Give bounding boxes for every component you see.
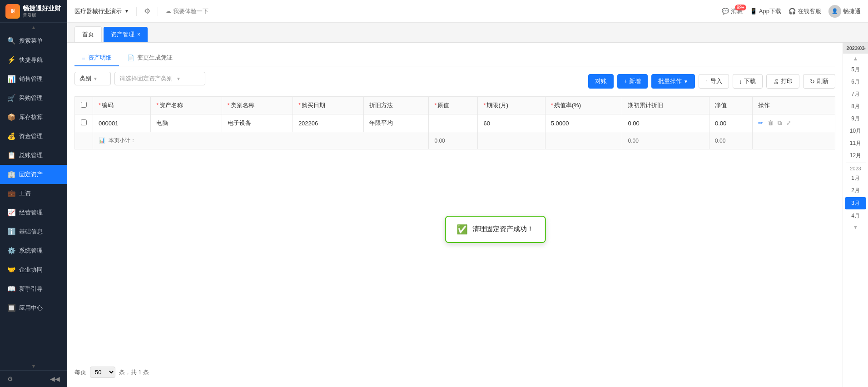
topbar-right: 💬 消息 99+ 📱 App下载 🎧 在线客服 👤 畅捷通 [722,5,861,18]
sidebar-scroll-down[interactable]: ▼ [0,362,67,370]
refresh-button[interactable]: ↻ 刷新 [803,74,835,89]
sub-tab-change-voucher[interactable]: 📄 变更生成凭证 [120,50,180,66]
batch-ops-button[interactable]: 批量操作 ▼ [651,74,695,89]
delete-icon[interactable]: 🗑 [768,119,774,126]
user-name: 畅捷通 [843,7,861,15]
print-icon: 🖨 [773,78,779,85]
inventory-icon: 📦 [7,113,15,121]
sidebar-item-appstore[interactable]: 🔲 应用中心 [0,298,67,318]
message-badge: 99+ [735,5,746,10]
topbar: 医疗器械行业演示 ▼ ⚙ ☁ 我要体验一下 💬 消息 99+ 📱 App下载 🎧… [67,0,868,23]
sales-icon: 📊 [7,75,15,83]
collapse-button[interactable]: ◀◀ [50,375,60,382]
tab-close-icon[interactable]: × [137,31,140,38]
online-service-btn[interactable]: 🎧 在线客服 [789,7,821,15]
category-select[interactable]: 类别 ▼ [74,72,111,85]
timeline-month-1[interactable]: 1月 [843,172,868,184]
user-avatar-btn[interactable]: 👤 畅捷通 [828,5,861,18]
sidebar-item-sales[interactable]: 📊 销售管理 [0,69,67,89]
per-page-select[interactable]: 50 100 200 [90,367,115,378]
experience-label: 我要体验一下 [173,7,208,15]
company-selector[interactable]: 医疗器械行业演示 ▼ [74,7,129,15]
sub-tab-asset-detail[interactable]: ≡ 资产明细 [74,50,119,66]
download-icon: 📱 [750,8,757,15]
app-download-btn[interactable]: 📱 App下载 [750,7,781,15]
timeline-month-9[interactable]: 9月 [843,113,868,125]
sidebar-item-system[interactable]: ⚙️ 系统管理 [0,241,67,260]
timeline-month-10[interactable]: 10月 [843,125,868,137]
chevron-down-icon: ▼ [93,76,98,81]
sidebar-item-purchase[interactable]: 🛒 采购管理 [0,89,67,108]
timeline-month-11[interactable]: 11月 [843,137,868,149]
row-category: 电子设备 [222,114,293,132]
new-button[interactable]: + 新增 [617,74,648,89]
subtotal-period [478,132,545,149]
sidebar-item-guide[interactable]: 📖 新手引导 [0,279,67,298]
timeline-month-3[interactable]: 3月 [845,197,866,209]
sidebar-item-ledger[interactable]: 📋 总账管理 [0,146,67,165]
sidebar-scroll-up[interactable]: ▲ [0,23,67,31]
sidebar-item-basic-info[interactable]: ℹ️ 基础信息 [0,222,67,241]
reconcile-button[interactable]: 对账 [588,74,614,89]
sidebar-item-search[interactable]: 🔍 搜索菜单 [0,31,67,50]
download-button[interactable]: ↓ 下载 [733,74,763,89]
subtotal-initial: 0.00 [622,132,709,149]
tab-asset-mgmt[interactable]: 资产管理 × [104,27,148,42]
timeline-expand-icon[interactable]: ⤡ [862,45,866,51]
import-icon: ↑ [705,78,709,85]
sidebar-item-enterprise[interactable]: 🤝 企业协同 [0,260,67,279]
copy-icon[interactable]: ⧉ [778,119,782,126]
fixed-assets-icon: 🏢 [7,170,15,179]
pagination-bar: 每页 50 100 200 条，共 1 条 [74,362,835,380]
header-code: *编码 [93,97,151,114]
timeline-month-7[interactable]: 7月 [843,88,868,100]
sidebar-item-inventory[interactable]: 📦 库存核算 [0,108,67,127]
sidebar-item-payroll[interactable]: 💼 工资 [0,184,67,203]
timeline-month-2[interactable]: 2月 [843,184,868,197]
edit-icon[interactable]: ✏ [758,119,763,126]
experience-btn[interactable]: ☁ 我要体验一下 [165,7,208,15]
sidebar-item-operations[interactable]: 📈 经营管理 [0,203,67,222]
sub-tabs: ≡ 资产明细 📄 变更生成凭证 [74,50,835,66]
subtotal-residual [545,132,622,149]
sidebar-item-quicknav[interactable]: ⚡ 快捷导航 [0,50,67,69]
timeline-month-8[interactable]: 8月 [843,100,868,113]
timeline-year-2023: 2023 [850,164,861,172]
header-residual-rate: *残值率(%) [545,97,622,114]
sidebar-item-funds[interactable]: 💰 资金管理 [0,127,67,146]
select-all-checkbox[interactable] [81,102,87,108]
timeline-month-12[interactable]: 12月 [843,149,868,162]
timeline-month-4[interactable]: 4月 [843,210,868,222]
timeline-month-6[interactable]: 6月 [843,76,868,88]
success-toast: ✅ 清理固定资产成功！ [445,216,546,243]
category-filter-input[interactable]: 请选择固定资产类别 ▼ [114,72,205,85]
timeline-close-icon[interactable]: ✕ [855,45,860,51]
company-name: 医疗器械行业演示 [74,7,122,15]
timeline-month-5[interactable]: 5月 [843,64,868,76]
tab-home[interactable]: 首页 [74,26,102,42]
row-checkbox[interactable] [81,119,87,125]
timeline-scroll-up[interactable]: ▲ [843,54,868,64]
list-icon: ≡ [82,55,85,61]
sidebar-item-fixed-assets[interactable]: 🏢 固定资产 [0,165,67,184]
print-button[interactable]: 🖨 打印 [766,74,799,89]
settings-button[interactable]: ⚙ [7,375,13,382]
topbar-divider1 [136,7,137,16]
settings-icon[interactable]: ⚙ [144,7,150,15]
header-actions: 操作 [752,97,835,114]
sidebar-footer: ⚙ ◀◀ [0,370,67,387]
row-original-value [429,114,478,132]
row-period: 60 [478,114,545,132]
more-icon[interactable]: ⤢ [786,119,791,126]
row-actions: ✏ 🗑 ⧉ ⤢ [752,114,835,132]
topbar-divider2 [158,7,158,16]
message-btn[interactable]: 💬 消息 99+ [722,7,743,15]
import-button[interactable]: ↑ 导入 [699,74,729,89]
header-initial-accum: 期初累计折旧 [622,97,709,114]
header-original-value: *原值 [429,97,478,114]
subtotal-icon: 📊 [99,137,105,144]
chevron-down-icon3: ▼ [684,79,688,84]
timeline-scroll-down[interactable]: ▼ [843,222,868,232]
table-header-row: *编码 *资产名称 *类别名称 *购买日期 折旧方法 *原值 *期限(月) *残… [75,97,835,114]
filter-row: 类别 ▼ 请选择固定资产类别 ▼ [74,72,205,85]
